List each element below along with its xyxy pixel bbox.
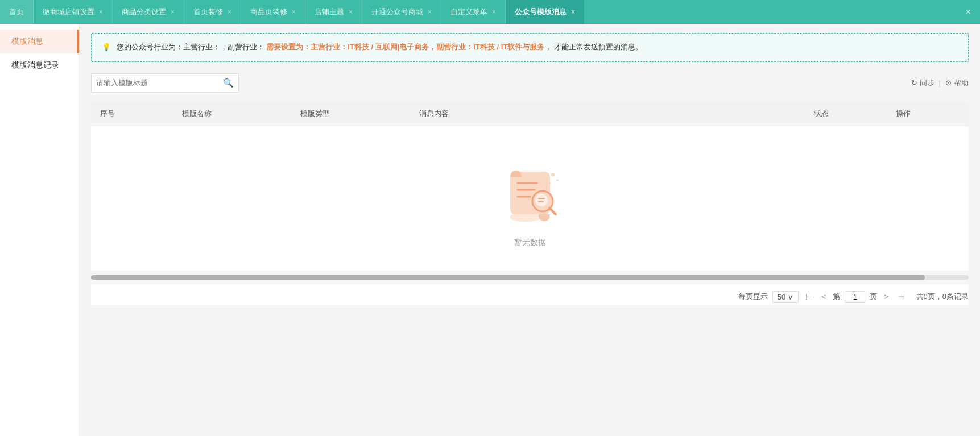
- tab-wechat-template-msg[interactable]: 公众号模版消息 ×: [506, 0, 585, 24]
- help-button[interactable]: ⊙ 帮助: [945, 78, 969, 88]
- page-di-label: 第: [833, 292, 840, 302]
- sync-icon: ↻: [911, 78, 917, 87]
- search-actions: ↻ 同步 | ⊙ 帮助: [911, 78, 969, 88]
- total-info: 共0页，0条记录: [916, 292, 969, 302]
- tab-open-wechat-shop-close[interactable]: ×: [428, 8, 432, 16]
- col-name: 模版名称: [173, 102, 291, 126]
- help-label: 帮助: [954, 78, 969, 88]
- page-label: 页: [870, 292, 877, 302]
- tab-product-decor[interactable]: 商品页装修 ×: [241, 0, 305, 24]
- empty-text: 暂无数据: [514, 238, 546, 248]
- tab-product-category-label: 商品分类设置: [122, 7, 166, 17]
- tab-custom-menu[interactable]: 自定义菜单 ×: [441, 0, 506, 24]
- sync-button[interactable]: ↻ 同步: [911, 78, 934, 88]
- tab-open-wechat-shop-label: 开通公众号商城: [371, 7, 423, 17]
- tab-wechat-template-msg-label: 公众号模版消息: [515, 7, 567, 17]
- notice-text-after: 才能正常发送预置的消息。: [554, 43, 643, 51]
- tab-wechat-template-msg-close[interactable]: ×: [571, 8, 575, 16]
- tab-wshop-close[interactable]: ×: [99, 8, 103, 16]
- tab-product-decor-label: 商品页装修: [250, 7, 287, 17]
- tab-wshop-label: 微商城店铺设置: [43, 7, 94, 17]
- notice-highlight: 需要设置为：主营行业：IT科技 / 互联网|电子商务，副营行业：IT科技 / I…: [266, 43, 552, 51]
- tab-shop-theme-label: 店铺主题: [315, 7, 344, 17]
- content-area: 💡 您的公众号行业为：主营行业：，副营行业： 需要设置为：主营行业：IT科技 /…: [80, 24, 980, 436]
- page-first-button[interactable]: ⊢: [803, 292, 814, 301]
- col-type: 模版类型: [291, 102, 410, 126]
- page-last-button[interactable]: ⊣: [896, 292, 907, 301]
- tab-product-category-close[interactable]: ×: [171, 8, 175, 16]
- empty-illustration: [496, 160, 564, 229]
- tab-custom-menu-close[interactable]: ×: [492, 8, 496, 16]
- tab-home[interactable]: 首页: [0, 0, 34, 24]
- page-size-label: 每页显示: [738, 292, 768, 302]
- col-status: 状态: [805, 102, 887, 126]
- sidebar-item-template-msg-record[interactable]: 模版消息记录: [0, 53, 79, 77]
- empty-state-row: 暂无数据: [91, 126, 969, 271]
- scroll-thumb[interactable]: [91, 275, 925, 280]
- tab-open-wechat-shop[interactable]: 开通公众号商城 ×: [362, 0, 441, 24]
- page-size-value: 50: [778, 293, 785, 301]
- notice-text-before: 您的公众号行业为：主营行业：，副营行业：: [117, 43, 264, 51]
- tab-home-decor-close[interactable]: ×: [228, 8, 231, 16]
- tab-home-label: 首页: [9, 7, 24, 17]
- search-bar: 🔍 ↻ 同步 | ⊙ 帮助: [91, 73, 969, 93]
- notice-box: 💡 您的公众号行业为：主营行业：，副营行业： 需要设置为：主营行业：IT科技 /…: [91, 33, 969, 62]
- tab-home-decor[interactable]: 首页装修 ×: [184, 0, 241, 24]
- top-nav: 首页 微商城店铺设置 × 商品分类设置 × 首页装修 × 商品页装修 × 店铺主…: [0, 0, 980, 24]
- tab-product-category[interactable]: 商品分类设置 ×: [113, 0, 184, 24]
- sidebar-item-template-msg[interactable]: 模版消息: [0, 30, 79, 53]
- notice-icon: 💡: [102, 43, 111, 51]
- divider: |: [939, 78, 941, 87]
- page-number-input[interactable]: [845, 291, 865, 303]
- main-layout: 模版消息 模版消息记录 💡 您的公众号行业为：主营行业：，副营行业： 需要设置为…: [0, 24, 980, 436]
- tab-wshop-settings[interactable]: 微商城店铺设置 ×: [34, 0, 113, 24]
- svg-point-11: [549, 182, 551, 184]
- sync-label: 同步: [920, 78, 934, 88]
- search-icon[interactable]: 🔍: [223, 78, 234, 88]
- svg-point-9: [551, 173, 555, 176]
- empty-state: 暂无数据: [91, 126, 969, 271]
- sidebar-item-template-msg-record-label: 模版消息记录: [11, 60, 59, 69]
- svg-line-6: [549, 208, 556, 214]
- table-header-row: 序号 模版名称 模版类型 消息内容 状态 操作: [91, 102, 969, 126]
- help-icon: ⊙: [945, 78, 952, 87]
- page-next-button[interactable]: >: [882, 292, 891, 301]
- col-content: 消息内容: [410, 102, 805, 126]
- page-prev-button[interactable]: <: [819, 292, 828, 301]
- sidebar-item-template-msg-label: 模版消息: [11, 36, 43, 45]
- page-size-select[interactable]: 50 ∨: [772, 291, 799, 303]
- tab-product-decor-close[interactable]: ×: [292, 8, 296, 16]
- svg-point-5: [535, 194, 548, 206]
- svg-point-10: [556, 179, 559, 181]
- sidebar: 模版消息 模版消息记录: [0, 24, 80, 436]
- search-input-wrap[interactable]: 🔍: [91, 73, 239, 93]
- tab-home-decor-label: 首页装修: [193, 7, 223, 17]
- close-all-button[interactable]: ×: [957, 7, 980, 17]
- pagination: 每页显示 50 ∨ ⊢ < 第 页 > ⊣ 共0页，0条记录: [91, 284, 969, 305]
- search-input[interactable]: [96, 78, 223, 87]
- page-size-dropdown-icon: ∨: [788, 293, 793, 301]
- data-table: 序号 模版名称 模版类型 消息内容 状态 操作: [91, 102, 969, 271]
- tab-shop-theme[interactable]: 店铺主题 ×: [305, 0, 362, 24]
- horizontal-scrollbar[interactable]: [91, 275, 969, 280]
- col-seq: 序号: [91, 102, 173, 126]
- tab-shop-theme-close[interactable]: ×: [349, 8, 353, 16]
- col-action: 操作: [887, 102, 969, 126]
- tab-custom-menu-label: 自定义菜单: [450, 7, 487, 17]
